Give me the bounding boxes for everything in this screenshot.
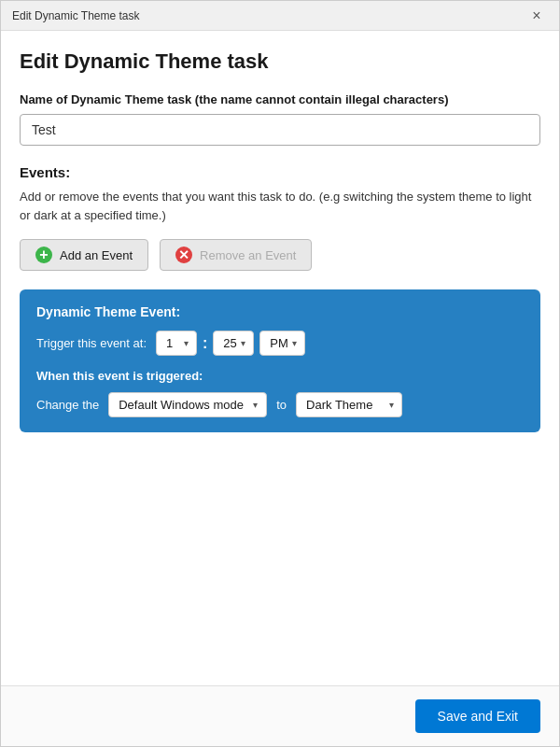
minute-select-wrapper[interactable]: 00051015 20253035 40455055 ▾ <box>213 331 254 356</box>
hour-select[interactable]: 1234 5678 9101112 <box>166 336 180 350</box>
change-row: Change the Default Windows mode App mode… <box>36 392 524 417</box>
hour-select-wrapper[interactable]: 1234 5678 9101112 ▾ <box>156 331 197 356</box>
ampm-select-wrapper[interactable]: AM PM ▾ <box>259 331 305 356</box>
to-label: to <box>276 398 287 412</box>
events-section-title: Events: <box>20 164 540 180</box>
mode-chevron-icon: ▾ <box>253 400 258 410</box>
trigger-row: Trigger this event at: 1234 5678 9101112… <box>36 331 524 356</box>
task-name-input[interactable] <box>20 114 540 146</box>
ampm-chevron-icon: ▾ <box>292 338 297 348</box>
ampm-select[interactable]: AM PM <box>270 336 288 350</box>
close-icon: × <box>532 7 540 24</box>
title-bar: Edit Dynamic Theme task × <box>1 1 559 31</box>
remove-event-button[interactable]: ✕ Remove an Event <box>160 239 312 271</box>
hour-chevron-icon: ▾ <box>184 338 189 348</box>
add-icon: + <box>35 247 52 263</box>
name-field-label: Name of Dynamic Theme task (the name can… <box>20 92 540 106</box>
event-card: Dynamic Theme Event: Trigger this event … <box>20 289 540 432</box>
mode-select[interactable]: Default Windows mode App mode Lock scree… <box>119 398 249 412</box>
event-card-title: Dynamic Theme Event: <box>36 304 524 319</box>
time-separator: : <box>203 335 207 352</box>
content-area: Edit Dynamic Theme task Name of Dynamic … <box>1 31 559 685</box>
theme-chevron-icon: ▾ <box>389 400 394 410</box>
event-button-row: + Add an Event ✕ Remove an Event <box>20 239 540 271</box>
theme-select[interactable]: Dark Theme Light Theme <box>306 398 385 412</box>
add-event-label: Add an Event <box>60 248 133 262</box>
add-event-button[interactable]: + Add an Event <box>20 239 148 271</box>
title-bar-text: Edit Dynamic Theme task <box>12 9 140 22</box>
page-title: Edit Dynamic Theme task <box>20 49 540 74</box>
close-button[interactable]: × <box>525 5 548 27</box>
events-section-desc: Add or remove the events that you want t… <box>20 188 540 224</box>
footer: Save and Exit <box>1 685 559 746</box>
theme-select-wrapper[interactable]: Dark Theme Light Theme ▾ <box>296 392 402 417</box>
remove-event-label: Remove an Event <box>200 248 296 262</box>
when-triggered-label: When this event is triggered: <box>36 369 524 383</box>
mode-select-wrapper[interactable]: Default Windows mode App mode Lock scree… <box>108 392 267 417</box>
minute-select[interactable]: 00051015 20253035 40455055 <box>223 336 237 350</box>
remove-icon: ✕ <box>175 247 192 263</box>
trigger-label: Trigger this event at: <box>36 336 147 350</box>
minute-chevron-icon: ▾ <box>241 338 245 348</box>
main-window: Edit Dynamic Theme task × Edit Dynamic T… <box>0 0 560 747</box>
change-label: Change the <box>36 398 99 412</box>
save-exit-button[interactable]: Save and Exit <box>415 699 540 733</box>
